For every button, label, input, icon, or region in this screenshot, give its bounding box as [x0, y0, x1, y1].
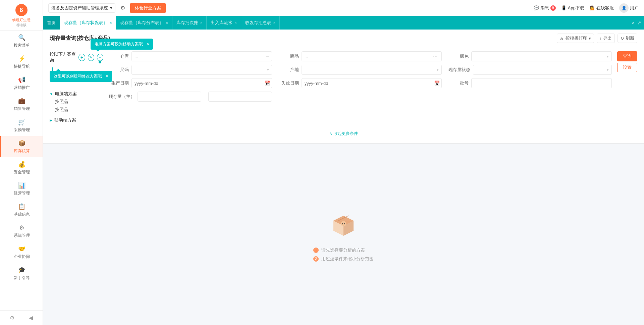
- tooltip2-text: 这里可以创建和修改方案哦: [54, 74, 102, 78]
- tab-batch-account[interactable]: 库存批次账 ×: [172, 16, 207, 30]
- stock-main-from-input[interactable]: [138, 92, 201, 102]
- stock-status-select[interactable]: ▾: [473, 65, 612, 75]
- empty-state: 1 请先选择要分析的方案 2 用过滤条件来缩小分析范围: [43, 144, 644, 325]
- sidebar-item-search-menu[interactable]: 🔍 搜索菜单: [0, 31, 43, 52]
- sidebar-item-guide[interactable]: 🎓 新手引导: [0, 263, 43, 284]
- chevron-down-icon: ▾: [110, 5, 112, 10]
- sidebar: 6 畅通好生意 标准版 🔍 搜索菜单 ⚡ 快捷导航 📢 营销推广 💼 销售管理 …: [0, 0, 43, 325]
- warehouse-select[interactable]: ... ···: [131, 51, 272, 61]
- produce-date-input[interactable]: [131, 78, 272, 88]
- color-select[interactable]: ▾: [471, 51, 612, 61]
- tab-home[interactable]: 首页: [43, 16, 60, 30]
- sidebar-item-system[interactable]: ⚙ 系统管理: [0, 221, 43, 242]
- reset-btn[interactable]: 设置: [617, 63, 637, 72]
- stock-status-label: 现存量状态: [448, 67, 470, 73]
- scheme-item-label: 按照品: [55, 99, 68, 104]
- logo-badge: 标准版: [16, 23, 26, 28]
- sidebar-collapse-btn[interactable]: ◀: [29, 315, 33, 321]
- edit-scheme-btn[interactable]: ✎: [88, 54, 94, 61]
- warehouse-label: 仓库: [109, 53, 129, 59]
- tab-batch-account-label: 库存批次账: [176, 20, 198, 26]
- calendar-icon[interactable]: 📅: [434, 80, 440, 86]
- add-scheme-btn[interactable]: +: [78, 54, 85, 61]
- hint-dot-2: 2: [313, 256, 319, 262]
- tab-maximize-icon[interactable]: ⤢: [637, 20, 641, 25]
- sidebar-item-quick-nav[interactable]: ⚡ 快捷导航: [0, 52, 43, 73]
- tab-inventory-dist-close[interactable]: ×: [166, 21, 168, 25]
- search-btn[interactable]: 查询: [617, 51, 637, 61]
- tab-inventory-status-label: 现存量（库存状况表）: [64, 20, 108, 26]
- tab-close-all-icon[interactable]: ×: [632, 20, 635, 25]
- app-download-action[interactable]: 📱 App下载: [561, 5, 584, 11]
- sidebar-settings-btn[interactable]: ⚙: [10, 315, 14, 321]
- basic-icon: 📋: [18, 203, 25, 210]
- tab-inventory-status-close[interactable]: ×: [110, 21, 112, 25]
- message-label: 消息: [540, 5, 549, 11]
- avatar: 👤: [619, 3, 629, 13]
- guide-icon: 🎓: [18, 266, 25, 274]
- sidebar-item-finance[interactable]: 💰 资金管理: [0, 157, 43, 178]
- sidebar-item-enterprise[interactable]: 🤝 企业协同: [0, 242, 43, 263]
- tab-collect-send-close[interactable]: ×: [273, 21, 275, 25]
- color-label: 颜色: [448, 53, 469, 59]
- sidebar-item-basic[interactable]: 📋 基础信息: [0, 200, 43, 221]
- tab-io-flow-close[interactable]: ×: [234, 21, 236, 25]
- sidebar-item-sales[interactable]: 💼 销售管理: [0, 94, 43, 115]
- sidebar-item-marketing[interactable]: 📢 营销推广: [0, 73, 43, 94]
- filter-header: 按以下方案查询 + ✎ ← 电脑方案可设为移动方案哦 ×: [50, 51, 103, 63]
- page-actions: 🖨 按模板打印 ▾ ↑ 导出 ↻ 刷新: [557, 34, 638, 43]
- scheme-mobile-header[interactable]: ▶ 移动端方案: [50, 116, 103, 124]
- scheme-sidebar: 按以下方案查询 + ✎ ← 电脑方案可设为移动方案哦 ×: [50, 51, 103, 125]
- goods-select[interactable]: ... ···: [302, 51, 442, 61]
- stock-main-to-input[interactable]: [208, 92, 272, 102]
- origin-select[interactable]: ▾: [302, 65, 442, 75]
- scheme-item-1[interactable]: 按照品: [55, 98, 103, 106]
- sidebar-item-inventory[interactable]: 📦 库存核算: [0, 136, 43, 157]
- template-print-btn[interactable]: 🖨 按模板打印 ▾: [557, 34, 594, 43]
- message-action[interactable]: 💬 消息 9: [534, 5, 556, 11]
- system-selector[interactable]: 装备及固定资产辅助管理系统 ▾: [48, 3, 115, 13]
- sidebar-item-purchase[interactable]: 🛒 采购管理: [0, 115, 43, 136]
- scheme-desktop-header[interactable]: ▼ 电脑端方案: [50, 90, 103, 98]
- support-action[interactable]: 💁 在线客服: [590, 5, 614, 11]
- scheme-desktop-label: 电脑端方案: [55, 91, 77, 97]
- filter-row-warehouse: 仓库 ... ···: [109, 51, 272, 61]
- tooltip-create-scheme: 这里可以创建和修改方案哦 ×: [50, 71, 112, 82]
- refresh-btn[interactable]: ↻ 刷新: [618, 34, 637, 43]
- tab-collect-send[interactable]: 收发存汇总表 ×: [241, 16, 280, 30]
- expire-date-label: 失效日期: [279, 80, 299, 86]
- tooltip1-text: 电脑方案可设为移动方案哦: [95, 42, 143, 46]
- stock-main-range: —: [138, 92, 272, 102]
- industry-btn[interactable]: 体验行业方案: [130, 3, 166, 13]
- support-icon: 💁: [590, 5, 595, 10]
- chevron-down-icon: ▾: [437, 68, 439, 72]
- tab-batch-account-close[interactable]: ×: [200, 21, 202, 25]
- filter-row-stock-status: 现存量状态 ▾: [448, 65, 612, 75]
- scheme-item-2[interactable]: 按照品: [55, 106, 103, 114]
- stock-main-label: 现存量（主）: [109, 94, 135, 100]
- collapse-bar[interactable]: ∧ 收起更多条件: [50, 128, 637, 139]
- tab-inventory-dist[interactable]: 现存量（库存分布表） ×: [116, 16, 172, 30]
- box-svg: [327, 206, 360, 239]
- size-select[interactable]: ▾: [131, 65, 272, 75]
- back-scheme-btn[interactable]: ← 电脑方案可设为移动方案哦 ×: [97, 54, 103, 61]
- header-settings-btn[interactable]: ⚙: [118, 3, 127, 13]
- filter-row-size: 尺码 ▾: [109, 65, 272, 75]
- sidebar-item-label: 搜索菜单: [14, 43, 30, 48]
- support-label: 在线客服: [596, 5, 614, 11]
- sidebar-item-operation[interactable]: 📊 经营管理: [0, 178, 43, 200]
- calendar-icon[interactable]: 📅: [264, 80, 270, 86]
- tab-io-flow[interactable]: 出入库流水 ×: [207, 16, 241, 30]
- tab-inventory-status[interactable]: 现存量（库存状况表） ×: [60, 16, 116, 30]
- batch-no-input[interactable]: [471, 78, 612, 88]
- refresh-label: 刷新: [626, 35, 634, 41]
- purchase-icon: 🛒: [18, 118, 25, 126]
- export-btn[interactable]: ↑ 导出: [597, 34, 615, 43]
- expire-date-input[interactable]: [302, 78, 442, 88]
- tooltip1-close[interactable]: ×: [147, 42, 149, 46]
- message-badge: 9: [550, 5, 556, 11]
- tooltip2-close[interactable]: ×: [106, 74, 108, 78]
- user-action[interactable]: 👤 用户: [619, 3, 639, 13]
- sidebar-item-label: 新手引导: [14, 275, 30, 281]
- filter-fields: 仓库 ... ··· 商品 ... ···: [109, 51, 612, 103]
